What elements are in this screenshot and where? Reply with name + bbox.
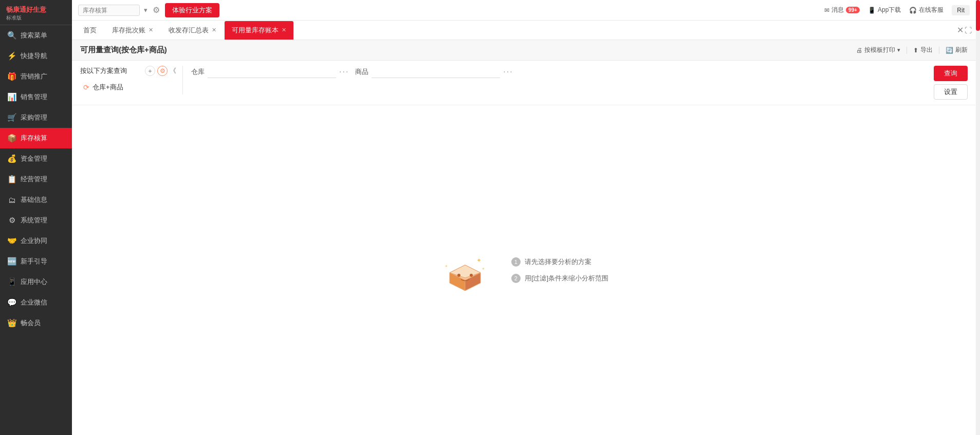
logo-subtitle: 标准版 [6,14,66,22]
page-header: 可用量查询(按仓库+商品) 🖨 按模板打印 ▾ ⬆ 导出 🔄 [72,40,976,61]
scheme-panel: 按以下方案查询 ＋ ⚙ 《 ⟳ 仓库+商品 [80,66,183,94]
sidebar-item-label-purchase: 采购管理 [21,113,47,122]
scheme-actions: ＋ ⚙ 《 [145,66,176,76]
product-more-button[interactable]: ··· [503,67,513,77]
main-content: ▾ ⚙ 体验行业方案 ✉ 消息 99+ 📱 App下载 🎧 在线客服 Rit [72,0,976,435]
sidebar-item-marketing[interactable]: 🎁 营销推广 [0,66,72,87]
action-divider-1 [907,47,907,54]
user-info[interactable]: Rit [952,5,970,15]
top-header: ▾ ⚙ 体验行业方案 ✉ 消息 99+ 📱 App下载 🎧 在线客服 Rit [72,0,976,21]
warehouse-input[interactable] [208,66,336,78]
sidebar-nav: 🔍 搜索菜单 ⚡ 快捷导航 🎁 营销推广 📊 销售管理 🛒 采购管理 📦 库存核… [0,25,72,435]
sidebar-item-label-sales: 销售管理 [21,92,47,102]
app-download-area[interactable]: 📱 App下载 [868,6,901,14]
tab-receivable-summary[interactable]: 收发存汇总表 ✕ [161,21,224,40]
scheme-item-label: 仓库+商品 [93,83,123,92]
export-icon: ⬆ [913,47,918,54]
sidebar-item-purchase[interactable]: 🛒 采购管理 [0,107,72,128]
export-label: 导出 [920,46,933,54]
printer-icon: 🖨 [856,47,862,54]
product-label: 商品 [355,67,368,77]
export-button[interactable]: ⬆ 导出 [913,46,933,54]
sidebar-item-cooperation[interactable]: 🤝 企业协同 [0,231,72,251]
sidebar-item-label-cooperation: 企业协同 [21,236,47,245]
scheme-collapse-button[interactable]: 《 [170,66,176,75]
step-num-2: 2 [511,274,521,283]
member-icon: 👑 [7,318,16,328]
sidebar-item-label-apps: 应用中心 [21,277,47,287]
empty-text: 1 请先选择要分析的方案 2 用[过滤]条件来缩小分析范围 [511,257,608,283]
scheme-label: 按以下方案查询 [80,66,127,75]
gear-icon[interactable]: ⚙ [152,4,161,16]
scheme-settings-button[interactable]: ⚙ [157,66,168,76]
sidebar-item-business[interactable]: 📋 经营管理 [0,169,72,190]
online-service-area[interactable]: 🎧 在线客服 [909,6,944,14]
sidebar-item-guide[interactable]: 🆕 新手引导 [0,251,72,272]
print-template-button[interactable]: 🖨 按模板打印 ▾ [856,46,900,54]
tab-home[interactable]: 首页 [76,21,104,40]
sidebar-item-label-inventory: 库存核算 [21,134,47,143]
message-badge: 99+ [846,7,860,13]
warehouse-more-button[interactable]: ··· [339,67,349,77]
search-icon: 🔍 [7,31,16,40]
apps-icon: 📱 [7,277,16,287]
empty-step-1: 1 请先选择要分析的方案 [511,257,608,267]
dropdown-icon[interactable]: ▾ [144,6,147,14]
settings-button[interactable]: 设置 [934,84,968,100]
sidebar-item-sales[interactable]: 📊 销售管理 [0,87,72,107]
tab-batch-account[interactable]: 库存批次账 ✕ [105,21,160,40]
sidebar-item-member[interactable]: 👑 畅会员 [0,313,72,333]
phone-icon: 📱 [868,7,876,14]
tab-batch-close[interactable]: ✕ [149,27,153,33]
box-illustration: ✦ ✦ ✦ [439,244,491,296]
sidebar-item-label-member: 畅会员 [21,318,41,328]
svg-text:✦: ✦ [476,257,482,264]
sidebar-item-system[interactable]: ⚙ 系统管理 [0,210,72,231]
sidebar-item-basic[interactable]: 🗂 基础信息 [0,190,72,210]
sidebar-item-label-business: 经营管理 [21,175,47,184]
scheme-item-warehouse-product[interactable]: ⟳ 仓库+商品 [80,80,176,94]
query-area: 按以下方案查询 ＋ ⚙ 《 ⟳ 仓库+商品 仓库 [72,61,976,105]
app-logo: 畅康通好生意 标准版 [0,0,72,25]
breadcrumb-input[interactable] [78,5,140,16]
industry-solution-button[interactable]: 体验行业方案 [165,3,219,17]
sidebar-item-wechat[interactable]: 💬 企业微信 [0,292,72,313]
sidebar-item-shortcut[interactable]: ⚡ 快捷导航 [0,46,72,66]
sidebar: 畅康通好生意 标准版 🔍 搜索菜单 ⚡ 快捷导航 🎁 营销推广 📊 销售管理 🛒… [0,0,72,435]
tab-bar: 首页 库存批次账 ✕ 收发存汇总表 ✕ 可用量库存账本 ✕ ✕ ⛶ [72,21,976,40]
action-divider-2 [939,47,939,54]
refresh-button[interactable]: 🔄 刷新 [946,46,968,54]
scheme-add-button[interactable]: ＋ [145,66,155,76]
sidebar-item-finance[interactable]: 💰 资金管理 [0,148,72,169]
page-title: 可用量查询(按仓库+商品) [80,45,167,55]
guide-icon: 🆕 [7,257,16,266]
query-button-area: 查询 设置 [926,66,968,100]
sidebar-item-label-guide: 新手引导 [21,257,47,266]
shortcut-icon: ⚡ [7,51,16,61]
empty-state: ✦ ✦ ✦ 1 请先选择要分析的方案 2 用[过滤]条件来缩小分析范围 [72,105,976,435]
print-dropdown-icon[interactable]: ▾ [897,47,900,53]
query-button[interactable]: 查询 [934,66,968,81]
message-icon: ✉ [824,7,829,14]
product-input[interactable] [372,66,500,78]
online-service-label: 在线客服 [919,6,944,14]
page-header-actions: 🖨 按模板打印 ▾ ⬆ 导出 🔄 刷新 [856,46,968,54]
marketing-icon: 🎁 [7,72,16,81]
scrollbar-thumb [976,0,980,31]
tab-available-ledger[interactable]: 可用量库存账本 ✕ [225,21,293,40]
right-scrollbar[interactable] [976,0,980,435]
sidebar-item-inventory[interactable]: 📦 库存核算 [0,128,72,148]
tab-expand-button[interactable]: ⛶ [965,26,972,34]
headset-icon: 🎧 [909,7,917,14]
tab-receivable-close[interactable]: ✕ [212,27,216,33]
filter-area: 仓库 ··· 商品 ··· [183,66,926,78]
sidebar-item-label-marketing: 营销推广 [21,72,47,81]
tab-available-close[interactable]: ✕ [282,27,286,33]
sidebar-item-apps[interactable]: 📱 应用中心 [0,272,72,292]
tab-close-all-button[interactable]: ✕ [957,25,964,35]
sidebar-item-label-search: 搜索菜单 [21,31,47,40]
sidebar-item-search[interactable]: 🔍 搜索菜单 [0,25,72,46]
svg-text:✦: ✦ [445,264,448,269]
message-area[interactable]: ✉ 消息 99+ [824,6,860,14]
scheme-item-icon: ⟳ [83,83,89,91]
